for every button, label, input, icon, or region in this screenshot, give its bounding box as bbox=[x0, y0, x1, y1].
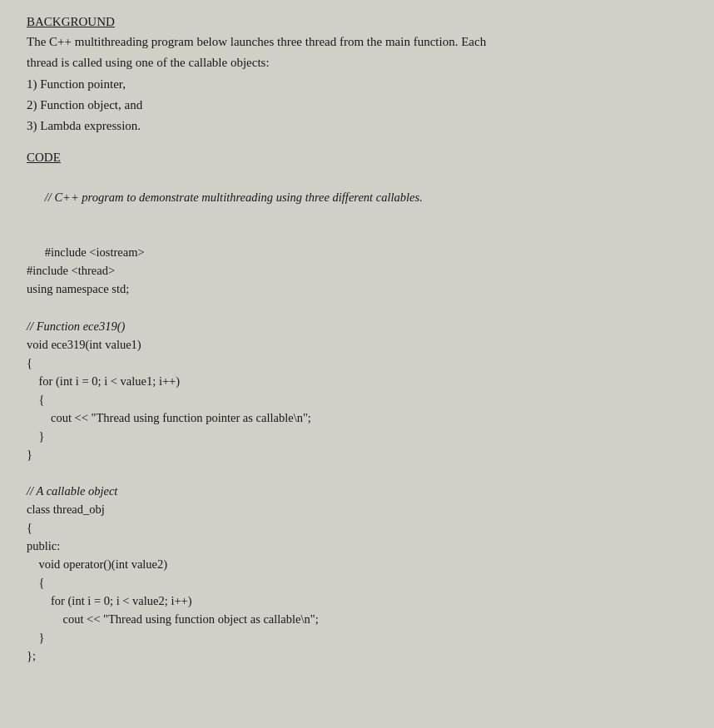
code-line-includes: #include <iostream> #include <thread> us… bbox=[27, 245, 319, 662]
code-section: CODE // C++ program to demonstrate multi… bbox=[27, 151, 687, 683]
code-block: // C++ program to demonstrate multithrea… bbox=[27, 170, 687, 683]
code-heading: CODE bbox=[27, 151, 61, 165]
background-list-3: 3) Lambda expression. bbox=[27, 116, 687, 136]
background-list-2: 2) Function object, and bbox=[27, 96, 687, 115]
background-list-1: 1) Function pointer, bbox=[27, 75, 687, 94]
background-section: BACKGROUND The C++ multithreading progra… bbox=[27, 15, 687, 136]
code-comment-intro: // C++ program to demonstrate multithrea… bbox=[45, 191, 423, 204]
background-line-2: thread is called using one of the callab… bbox=[27, 53, 687, 72]
background-heading: BACKGROUND bbox=[27, 15, 115, 29]
page: BACKGROUND The C++ multithreading progra… bbox=[0, 0, 714, 728]
background-line-1: The C++ multithreading program below lau… bbox=[27, 32, 687, 52]
